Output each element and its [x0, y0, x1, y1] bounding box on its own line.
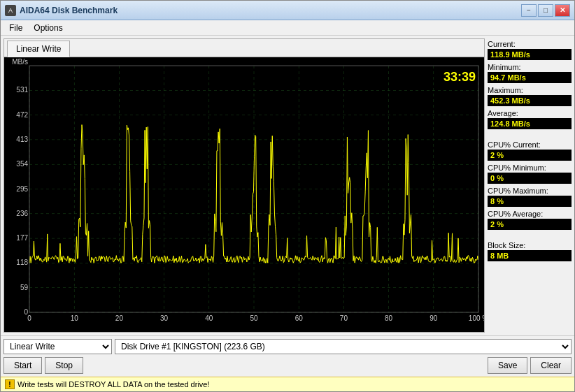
main-content: Linear Write Current: 118.9 MB/s Minimum… [1, 36, 574, 335]
test-type-select[interactable]: Linear Write Linear Read Random Write Ra… [3, 339, 112, 354]
average-value: 124.8 MB/s [488, 118, 572, 129]
stat-cpu-maximum-group: CPU% Maximum: 8 % [488, 187, 572, 207]
stat-maximum-group: Maximum: 452.3 MB/s [488, 86, 572, 106]
chart-area [4, 57, 484, 332]
bottom-controls: Linear Write Linear Read Random Write Ra… [1, 335, 574, 377]
minimize-button[interactable]: − [521, 4, 537, 17]
cpu-average-value: 2 % [488, 219, 572, 230]
close-button[interactable]: ✕ [555, 4, 570, 17]
stop-button[interactable]: Stop [45, 357, 83, 374]
app-icon: A [5, 5, 16, 16]
start-button[interactable]: Start [3, 357, 42, 374]
stat-blocksize-group: Block Size: 8 MB [488, 241, 572, 261]
benchmark-chart [4, 57, 484, 332]
cpu-minimum-value: 0 % [488, 173, 572, 184]
save-button[interactable]: Save [488, 357, 527, 374]
right-panel: Current: 118.9 MB/s Minimum: 94.7 MB/s M… [488, 38, 572, 333]
blocksize-label: Block Size: [488, 241, 572, 249]
current-value: 118.9 MB/s [488, 49, 572, 60]
minimum-value: 94.7 MB/s [488, 72, 572, 83]
drive-select[interactable]: Disk Drive #1 [KINGSTON] (223.6 GB) [115, 339, 572, 354]
title-bar: A AIDA64 Disk Benchmark − □ ✕ [1, 1, 574, 20]
menu-options[interactable]: Options [28, 22, 68, 34]
clear-button[interactable]: Clear [530, 357, 572, 374]
window-controls: − □ ✕ [521, 4, 570, 17]
cpu-current-label: CPU% Current: [488, 140, 572, 149]
warning-icon: ! [5, 379, 15, 389]
stat-average-group: Average: 124.8 MB/s [488, 109, 572, 129]
stat-minimum-group: Minimum: 94.7 MB/s [488, 63, 572, 83]
controls-row2: Start Stop Save Clear [3, 357, 572, 374]
controls-row1: Linear Write Linear Read Random Write Ra… [3, 339, 572, 354]
average-label: Average: [488, 109, 572, 117]
stat-cpu-minimum-group: CPU% Minimum: 0 % [488, 164, 572, 184]
cpu-maximum-label: CPU% Maximum: [488, 187, 572, 195]
window-title: AIDA64 Disk Benchmark [20, 6, 521, 15]
stat-cpu-average-group: CPU% Average: 2 % [488, 210, 572, 230]
tab-linear-write[interactable]: Linear Write [7, 41, 70, 57]
minimum-label: Minimum: [488, 63, 572, 71]
current-label: Current: [488, 40, 572, 48]
cpu-maximum-value: 8 % [488, 196, 572, 207]
restore-button[interactable]: □ [538, 4, 553, 17]
maximum-value: 452.3 MB/s [488, 95, 572, 106]
warning-text: Write tests will DESTROY ALL DATA on the… [17, 380, 210, 389]
stat-current-group: Current: 118.9 MB/s [488, 40, 572, 60]
maximum-label: Maximum: [488, 86, 572, 94]
warning-bar: ! Write tests will DESTROY ALL DATA on t… [1, 377, 574, 391]
left-panel: Linear Write [3, 38, 485, 333]
menu-bar: File Options [1, 20, 574, 36]
tab-bar: Linear Write [4, 39, 484, 57]
main-window: A AIDA64 Disk Benchmark − □ ✕ File Optio… [0, 0, 575, 392]
menu-file[interactable]: File [3, 22, 28, 34]
cpu-minimum-label: CPU% Minimum: [488, 164, 572, 172]
cpu-current-value: 2 % [488, 150, 572, 161]
stat-cpu-current-group: CPU% Current: 2 % [488, 140, 572, 161]
cpu-average-label: CPU% Average: [488, 210, 572, 218]
blocksize-value: 8 MB [488, 250, 572, 261]
